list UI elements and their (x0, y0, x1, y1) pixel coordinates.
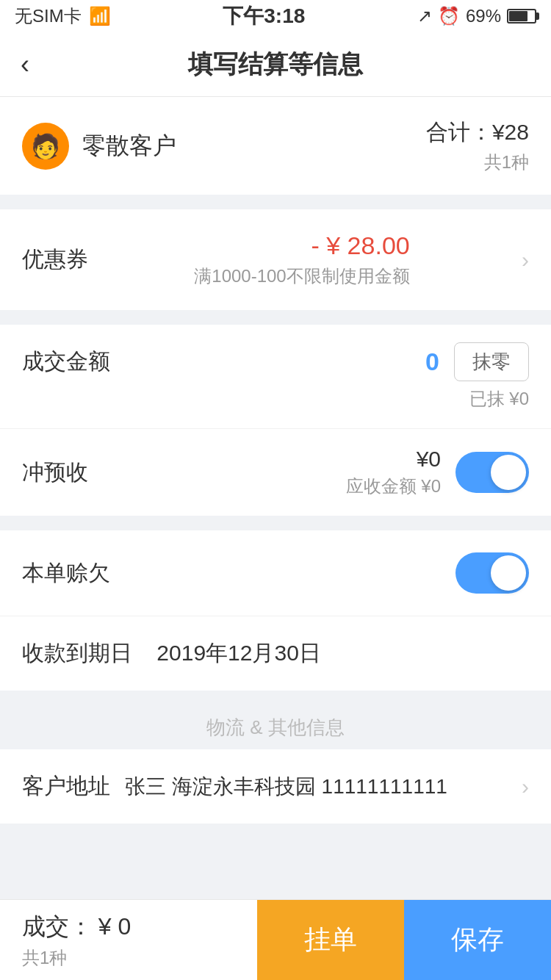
pending-button[interactable]: 挂单 (257, 900, 404, 981)
due-date-label: 收款到期日 2019年12月30日 (22, 641, 321, 665)
divider-1 (0, 195, 551, 209)
coupon-sub: 满1000-100不限制使用金额 (194, 264, 409, 288)
customer-right: 合计：¥28 共1种 (426, 118, 529, 174)
logistics-label: 物流 & 其他信息 (206, 715, 345, 741)
coupon-row[interactable]: 优惠券 - ¥ 28.00 满1000-100不限制使用金额 › (0, 209, 551, 310)
prepay-label: 冲预收 (22, 458, 88, 488)
sim-status: 无SIM卡 (15, 4, 82, 28)
customer-row: 🧑 零散客户 合计：¥28 共1种 (0, 97, 551, 195)
status-left: 无SIM卡 📶 (15, 4, 111, 28)
debt-toggle-thumb (491, 555, 526, 591)
coupon-value: - ¥ 28.00 (311, 231, 410, 260)
debt-row: 本单赊欠 (0, 530, 551, 616)
address-label: 客户地址 (22, 771, 110, 801)
nav-bar: ‹ 填写结算等信息 (0, 32, 551, 97)
prepay-sub: 应收金额 ¥0 (346, 475, 441, 498)
due-date-value: 2019年12月30日 (156, 641, 320, 665)
customer-avatar: 🧑 (22, 123, 69, 170)
save-button[interactable]: 保存 (404, 900, 551, 981)
prepay-values: ¥0 应收金额 ¥0 (346, 447, 441, 498)
bottom-info: 成交： ¥ 0 共1种 (0, 911, 257, 970)
divider-4 (0, 691, 551, 705)
prepay-main: ¥0 (346, 447, 441, 472)
debt-label: 本单赊欠 (22, 558, 110, 588)
status-time: 下午3:18 (223, 2, 305, 30)
deal-sub: 已抹 ¥0 (22, 387, 529, 411)
debt-toggle[interactable] (455, 552, 529, 594)
avatar-icon: 🧑 (31, 132, 60, 160)
bottom-bar: 成交： ¥ 0 共1种 挂单 保存 (0, 899, 551, 980)
customer-count: 共1种 (426, 151, 529, 174)
alarm-icon: ⏰ (438, 6, 460, 26)
customer-total: 合计：¥28 (426, 118, 529, 148)
wifi-icon: 📶 (89, 6, 111, 26)
location-icon: ↗ (417, 6, 432, 26)
toggle-thumb (491, 455, 526, 490)
deal-value: 0 (425, 347, 439, 376)
address-value: 张三 海淀永丰科技园 11111111111 (125, 773, 522, 801)
coupon-section: 优惠券 - ¥ 28.00 满1000-100不限制使用金额 › (0, 209, 551, 310)
deal-right: 0 抹零 (425, 342, 529, 381)
coupon-right: - ¥ 28.00 满1000-100不限制使用金额 (194, 231, 409, 288)
deal-amount-label: 成交金额 (22, 347, 110, 377)
customer-left: 🧑 零散客户 (22, 123, 176, 170)
bottom-count: 共1种 (22, 946, 235, 970)
customer-name: 零散客户 (82, 130, 176, 162)
divider-3 (0, 516, 551, 530)
prepay-row: 冲预收 ¥0 应收金额 ¥0 (0, 429, 551, 516)
status-right: ↗ ⏰ 69% (417, 6, 536, 26)
coupon-chevron-icon: › (522, 248, 529, 273)
bottom-deal: 成交： ¥ 0 (22, 911, 235, 943)
coupon-label: 优惠券 (22, 245, 88, 275)
logistics-section-header: 物流 & 其他信息 (0, 705, 551, 749)
due-date-row[interactable]: 收款到期日 2019年12月30日 (0, 616, 551, 691)
prepay-toggle[interactable] (455, 452, 529, 493)
address-row[interactable]: 客户地址 张三 海淀永丰科技园 11111111111 › (0, 749, 551, 824)
battery-percent: 69% (466, 6, 501, 26)
page-title: 填写结算等信息 (188, 48, 363, 82)
bottom-deal-value: ¥ 0 (98, 913, 131, 940)
divider-2 (0, 310, 551, 325)
address-chevron-icon: › (522, 774, 529, 799)
round-zero-button[interactable]: 抹零 (454, 342, 529, 381)
back-button[interactable]: ‹ (21, 49, 29, 80)
deal-amount-row: 成交金额 0 抹零 已抹 ¥0 (0, 325, 551, 429)
battery-icon (507, 9, 536, 24)
prepay-right-group: ¥0 应收金额 ¥0 (346, 447, 529, 498)
status-bar: 无SIM卡 📶 下午3:18 ↗ ⏰ 69% (0, 0, 551, 32)
